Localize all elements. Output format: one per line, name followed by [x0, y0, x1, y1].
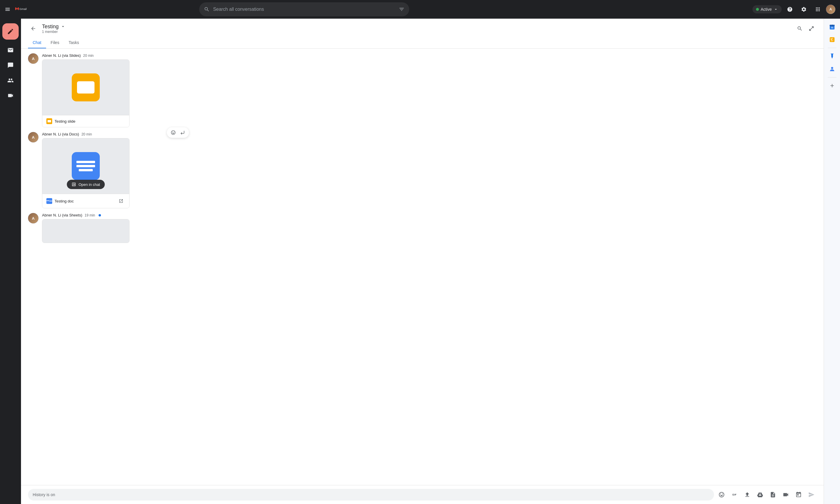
sender-avatar-slides: A — [28, 53, 38, 64]
rs-divider — [828, 48, 837, 48]
message-time-docs: 20 min — [81, 132, 92, 136]
docs-file-card[interactable]: Open in chat Testing doc — [42, 138, 130, 208]
right-sidebar: 31 — [824, 19, 840, 504]
search-input[interactable] — [213, 7, 395, 12]
sheets-file-card[interactable] — [42, 219, 130, 243]
help-button[interactable] — [784, 3, 796, 15]
sidebar-spaces-button[interactable] — [3, 73, 17, 87]
tab-chat[interactable]: Chat — [28, 37, 46, 48]
chat-title-text: Testing — [42, 23, 58, 30]
search-icon — [204, 6, 210, 12]
drive-button[interactable] — [755, 489, 765, 500]
active-label: Active — [761, 7, 772, 12]
slides-file-name: Testing slide — [54, 119, 125, 124]
compose-button[interactable] — [2, 23, 19, 40]
chat-input-area — [21, 485, 824, 504]
open-in-chat-tooltip[interactable]: Open in chat — [67, 180, 105, 189]
slides-inner-rect — [77, 81, 95, 93]
sidebar-mail-button[interactable] — [3, 43, 17, 57]
chat-messages: A Abner N. Li (via Slides) 20 min — [21, 49, 824, 485]
chat-member-count: 1 member — [42, 30, 66, 34]
sidebar-meet-button[interactable] — [3, 89, 17, 103]
rs-calendar-button[interactable]: 31 — [826, 21, 838, 33]
chat-search-button[interactable] — [794, 23, 805, 34]
docs-button[interactable] — [768, 489, 778, 500]
svg-text:Gmail: Gmail — [19, 7, 27, 11]
svg-rect-3 — [831, 24, 831, 25]
video-call-button[interactable] — [781, 489, 791, 500]
emoji-button[interactable] — [716, 489, 727, 500]
chat-title-chevron-icon — [61, 24, 66, 29]
svg-rect-6 — [829, 37, 835, 42]
apps-button[interactable] — [812, 3, 824, 15]
open-in-chat-label: Open in chat — [79, 182, 100, 187]
settings-button[interactable] — [798, 3, 810, 15]
sidebar-chat-button[interactable] — [3, 58, 17, 72]
svg-point-9 — [831, 67, 833, 69]
tab-tasks[interactable]: Tasks — [64, 37, 84, 48]
message-sender-sheets: Abner N. Li (via Sheets) — [42, 213, 82, 217]
chat-header-top: Testing 1 member — [28, 23, 817, 34]
chevron-down-icon — [773, 7, 778, 12]
message-sender-docs: Abner N. Li (via Docs) — [42, 132, 79, 136]
back-button[interactable] — [28, 23, 38, 34]
user-avatar[interactable]: A — [826, 5, 835, 14]
slides-file-card[interactable]: Testing slide — [42, 59, 130, 127]
message-group-slides: A Abner N. Li (via Slides) 20 min — [28, 53, 817, 127]
chat-input[interactable] — [28, 489, 714, 501]
message-content-sheets: Abner N. Li (via Sheets) 19 min — [42, 213, 194, 243]
svg-text:31: 31 — [831, 26, 833, 29]
forward-button[interactable] — [178, 128, 187, 137]
message-content-docs: Abner N. Li (via Docs) 20 min — [42, 132, 194, 208]
rs-tasks-button[interactable] — [826, 34, 838, 46]
tab-files[interactable]: Files — [46, 37, 64, 48]
open-external-button[interactable] — [117, 197, 125, 205]
chat-title[interactable]: Testing — [42, 23, 66, 30]
rs-keep-button[interactable] — [826, 50, 838, 62]
sender-avatar-sheets: A — [28, 213, 38, 223]
chat-tabs: Chat Files Tasks — [28, 37, 817, 48]
top-header: Gmail Active — [0, 0, 840, 19]
message-sender-line-sheets: Abner N. Li (via Sheets) 19 min — [42, 213, 194, 217]
svg-rect-8 — [831, 41, 833, 41]
emoji-reaction-button[interactable] — [169, 128, 177, 137]
message-group-sheets: A Abner N. Li (via Sheets) 19 min — [28, 213, 817, 243]
gif-button[interactable] — [729, 489, 740, 500]
header-left: Gmail — [5, 2, 26, 17]
active-status-badge[interactable]: Active — [753, 5, 782, 13]
svg-rect-4 — [833, 24, 833, 25]
send-button[interactable] — [806, 489, 817, 500]
message-time-slides: 20 min — [83, 54, 93, 58]
docs-card-footer: Testing doc — [42, 194, 129, 208]
chat-header-left: Testing 1 member — [28, 23, 66, 34]
sheets-preview — [42, 219, 129, 243]
left-sidebar — [0, 19, 21, 504]
slides-file-icon — [46, 118, 52, 124]
chat-header: Testing 1 member — [21, 19, 824, 49]
chat-title-area: Testing 1 member — [42, 23, 66, 34]
upload-button[interactable] — [742, 489, 753, 500]
docs-file-name: Testing doc — [54, 199, 115, 203]
message-content-slides: Abner N. Li (via Slides) 20 min — [42, 53, 194, 127]
chat-expand-button[interactable] — [806, 23, 817, 34]
sender-avatar-docs: A — [28, 132, 38, 142]
message-actions-toolbar — [167, 127, 189, 138]
hamburger-button[interactable] — [5, 2, 11, 16]
gmail-logo: Gmail — [14, 2, 28, 16]
slides-app-icon — [72, 73, 100, 102]
chat-header-right — [794, 23, 817, 34]
docs-line-1 — [76, 161, 95, 163]
header-right: Active A — [753, 3, 835, 15]
slides-file-preview — [42, 60, 129, 115]
content-area: Testing 1 member — [21, 19, 824, 504]
rs-contacts-button[interactable] — [826, 63, 838, 75]
calendar-button[interactable] — [793, 489, 804, 500]
filter-icon[interactable] — [399, 6, 405, 12]
rs-add-button[interactable] — [826, 80, 838, 91]
message-time-sheets: 19 min — [85, 213, 95, 217]
message-sender-line-slides: Abner N. Li (via Slides) 20 min — [42, 53, 194, 58]
rs-divider-2 — [828, 77, 837, 77]
svg-rect-2 — [829, 25, 835, 26]
docs-file-preview: Open in chat — [42, 138, 129, 194]
docs-app-icon — [72, 152, 100, 180]
